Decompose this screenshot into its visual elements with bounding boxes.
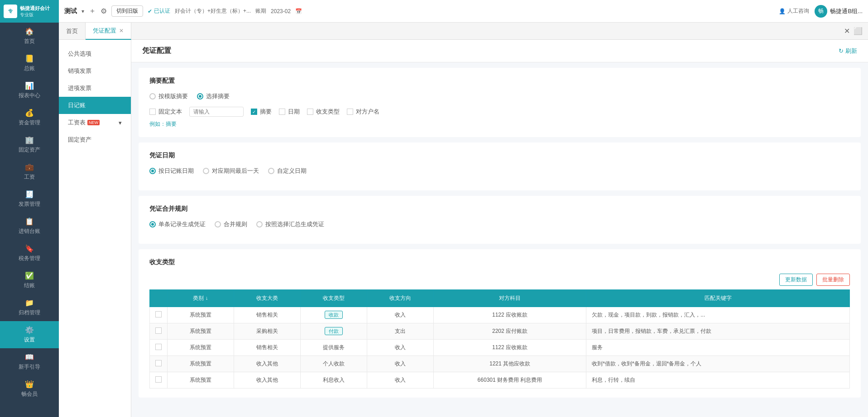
counterparty-checkbox[interactable]: 对方户名 bbox=[347, 108, 379, 116]
row-checkbox-cell[interactable] bbox=[150, 356, 168, 372]
sidebar-item-assets[interactable]: 🏢固定资产 bbox=[0, 131, 59, 158]
row-category-1: 系统预置 bbox=[168, 323, 234, 340]
example-text: 例如：摘要 bbox=[149, 120, 850, 128]
summary-checkbox[interactable]: ✓ 摘要 bbox=[251, 108, 272, 116]
tab-close-btn[interactable]: ✕ bbox=[119, 28, 124, 34]
topbar: 测试 ▾ ＋ ⚙ 切到旧版 ✔ 已认证 好会计（专）+好生意（标）+... 账期… bbox=[59, 0, 868, 23]
sidebar-item-home[interactable]: 🏠首页 bbox=[0, 23, 59, 50]
left-nav-item-日记账[interactable]: 日记账 bbox=[59, 97, 131, 114]
page-title: 凭证配置 bbox=[142, 46, 171, 56]
left-nav-item-进项发票[interactable]: 进项发票 bbox=[59, 80, 131, 97]
left-nav: 公共选项销项发票进项发票日记账工资表 NEW ▾固定资产 bbox=[59, 40, 131, 417]
header-checkbox[interactable] bbox=[155, 294, 162, 301]
fixed-text-input[interactable] bbox=[189, 107, 244, 117]
radio-rule-circle bbox=[215, 221, 221, 227]
row-checkbox-cell[interactable] bbox=[150, 340, 168, 356]
tabbar: 首页 凭证配置 ✕ ✕ ⬜ bbox=[59, 23, 868, 40]
left-nav-item-固定资产[interactable]: 固定资产 bbox=[59, 131, 131, 148]
summary-radio-select[interactable]: 选择摘要 bbox=[197, 92, 230, 100]
topbar-info: 好会计（专）+好生意（标）+... bbox=[175, 7, 251, 15]
merge-radio-total[interactable]: 按照选择汇总生成凭证 bbox=[256, 220, 324, 228]
row-checkbox-4[interactable] bbox=[155, 376, 162, 383]
sidebar-item-tax[interactable]: 🔖税务管理 bbox=[0, 240, 59, 267]
maximize-tab-btn[interactable]: ⬜ bbox=[854, 27, 863, 35]
calendar-icon[interactable]: 📅 bbox=[295, 8, 302, 14]
summary-section: 摘要配置 按模版摘要 选择摘要 固定文本 bbox=[139, 68, 861, 137]
consult-btn[interactable]: 👤 人工咨询 bbox=[779, 7, 809, 15]
sidebar-item-reports[interactable]: 📊报表中心 bbox=[0, 77, 59, 104]
refresh-btn[interactable]: ↻ 刷新 bbox=[839, 47, 857, 55]
date-radio-journal[interactable]: 按日记账日期 bbox=[149, 167, 194, 175]
sidebar-item-settings[interactable]: ⚙️设置 bbox=[0, 321, 59, 348]
summary-box: ✓ bbox=[251, 109, 257, 115]
sidebar-item-archive[interactable]: 📁归档管理 bbox=[0, 294, 59, 321]
radio-total-circle bbox=[256, 221, 263, 227]
sidebar-item-guide[interactable]: 📖新手引导 bbox=[0, 348, 59, 375]
batch-delete-btn[interactable]: 批量删除 bbox=[816, 274, 850, 286]
merge-radio-single[interactable]: 单条记录生成凭证 bbox=[149, 220, 206, 228]
left-nav-item-公共选项[interactable]: 公共选项 bbox=[59, 45, 131, 62]
summary-checkbox-group: 固定文本 ✓ 摘要 日期 收支类型 bbox=[149, 107, 850, 117]
counterparty-box bbox=[347, 109, 353, 115]
fixed-text-box bbox=[149, 109, 156, 115]
row-checkbox-0[interactable] bbox=[155, 311, 162, 317]
summary-radio-template[interactable]: 按模版摘要 bbox=[149, 92, 188, 100]
row-checkbox-cell[interactable] bbox=[150, 372, 168, 389]
row-checkbox-1[interactable] bbox=[155, 327, 162, 334]
topbar-add-btn[interactable]: ＋ bbox=[89, 6, 96, 16]
row-type-tag-0[interactable]: 收款 bbox=[325, 311, 343, 319]
table-row: 系统预置 销售相关 提供服务 收入 1122 应收账款 服务 bbox=[150, 340, 850, 356]
summary-radio-group: 按模版摘要 选择摘要 bbox=[149, 92, 850, 100]
merge-radio-group: 单条记录生成凭证 合并规则 按照选择汇总生成凭证 bbox=[149, 220, 850, 228]
topbar-settings-btn[interactable]: ⚙ bbox=[101, 7, 107, 15]
row-checkbox-cell[interactable] bbox=[150, 307, 168, 323]
row-checkbox-3[interactable] bbox=[155, 360, 162, 366]
refresh-icon: ↻ bbox=[839, 47, 844, 54]
merge-section-title: 凭证合并规则 bbox=[149, 205, 850, 213]
sidebar-item-member[interactable]: 👑畅会员 bbox=[0, 375, 59, 403]
table-row: 系统预置 销售相关 收款 收入 1122 应收账款 欠款，现金，项目款，到款，报… bbox=[150, 307, 850, 323]
sidebar-item-ledger[interactable]: 📒总账 bbox=[0, 50, 59, 77]
close-tab-btn[interactable]: ✕ bbox=[844, 27, 850, 35]
row-type-tag-1[interactable]: 付款 bbox=[325, 327, 343, 335]
income-section: 收支类型 更新数据 批量删除 类别 ↓ bbox=[139, 249, 861, 398]
row-account-3: 1221 其他应收款 bbox=[433, 356, 586, 372]
row-direction-1: 支出 bbox=[367, 323, 433, 340]
th-checkbox[interactable] bbox=[150, 290, 168, 307]
row-account-2: 1122 应收账款 bbox=[433, 340, 586, 356]
date-radio-custom[interactable]: 自定义日期 bbox=[268, 167, 307, 175]
sidebar-item-settle[interactable]: ✅结账 bbox=[0, 267, 59, 294]
update-data-btn[interactable]: 更新数据 bbox=[779, 274, 813, 286]
date-radio-group: 按日记账日期 对应期间最后一天 自定义日期 bbox=[149, 167, 850, 175]
radio-last-day-circle bbox=[203, 168, 209, 174]
sidebar-item-funds[interactable]: 💰资金管理 bbox=[0, 104, 59, 131]
merge-section: 凭证合并规则 单条记录生成凭证 合并规则 按照选择汇总生成凭证 bbox=[139, 196, 861, 244]
user-menu[interactable]: 畅 畅捷通B组... bbox=[815, 5, 863, 18]
row-checkbox-cell[interactable] bbox=[150, 323, 168, 340]
topbar-dropdown[interactable]: ▾ bbox=[82, 8, 84, 14]
sidebar-item-purchase[interactable]: 📋进销台账 bbox=[0, 213, 59, 240]
left-nav-item-销项发票[interactable]: 销项发票 bbox=[59, 62, 131, 80]
sidebar-item-payroll[interactable]: 💼工资 bbox=[0, 158, 59, 185]
app-logo: 专 畅捷通好会计 专业版 bbox=[0, 0, 59, 23]
content-wrapper: 公共选项销项发票进项发票日记账工资表 NEW ▾固定资产 (function()… bbox=[59, 40, 868, 417]
income-type-checkbox[interactable]: 收支类型 bbox=[307, 108, 340, 116]
row-type-3: 个人收款 bbox=[300, 356, 367, 372]
topbar-right: 👤 人工咨询 畅 畅捷通B组... bbox=[779, 5, 863, 18]
sidebar-item-invoice_mgmt[interactable]: 🧾发票管理 bbox=[0, 185, 59, 213]
switch-version-btn[interactable]: 切到旧版 bbox=[111, 5, 143, 17]
th-category: 类别 ↓ bbox=[168, 290, 234, 307]
left-nav-item-工资表[interactable]: 工资表 NEW ▾ bbox=[59, 114, 131, 131]
date-checkbox[interactable]: 日期 bbox=[279, 108, 300, 116]
merge-radio-rule[interactable]: 合并规则 bbox=[215, 220, 247, 228]
main-content: 凭证配置 ↻ 刷新 摘要配置 按模版摘要 选择摘要 bbox=[131, 40, 868, 417]
th-type: 收支类型 bbox=[300, 290, 367, 307]
logo-text: 畅捷通好会计 专业版 bbox=[20, 5, 50, 18]
tab-voucher-config[interactable]: 凭证配置 ✕ bbox=[86, 23, 131, 40]
row-direction-2: 收入 bbox=[367, 340, 433, 356]
row-checkbox-2[interactable] bbox=[155, 344, 162, 350]
date-radio-last-day[interactable]: 对应期间最后一天 bbox=[203, 167, 259, 175]
th-major: 收支大类 bbox=[234, 290, 300, 307]
fixed-text-checkbox[interactable]: 固定文本 bbox=[149, 108, 182, 116]
tab-home[interactable]: 首页 bbox=[59, 23, 86, 40]
